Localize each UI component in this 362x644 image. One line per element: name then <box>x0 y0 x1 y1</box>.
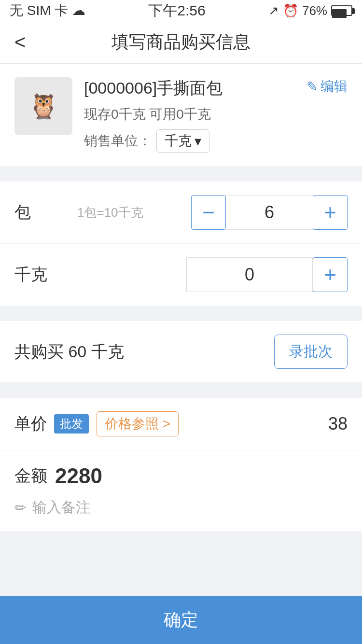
status-bar: 无 SIM 卡 ☁ 下午2:56 ↗ ⏰ 76% <box>0 0 362 21</box>
remark-row[interactable]: ✏ 输入备注 <box>14 498 348 518</box>
quantity-section: 包 1包=10千克 − + 千克 + <box>0 182 362 306</box>
amount-section: 金额 2280 ✏ 输入备注 <box>0 450 362 531</box>
product-logo-icon: 🦉 <box>28 92 58 120</box>
batch-button[interactable]: 录批次 <box>274 335 348 369</box>
price-reference-button[interactable]: 价格参照 > <box>97 411 179 436</box>
product-image: 🦉 <box>14 77 72 135</box>
unit-select[interactable]: 千克 ▾ <box>156 129 209 153</box>
kg-quantity-input[interactable] <box>186 257 313 292</box>
kg-row: 千克 + <box>0 244 362 306</box>
product-info-section: 🦉 [0000006]手撕面包 现存0千克 可用0千克 销售单位： 千克 ▾ ✎… <box>0 64 362 166</box>
page-title: 填写商品购买信息 <box>111 30 251 54</box>
bao-increase-button[interactable]: + <box>313 195 348 230</box>
unit-dropdown-icon: ▾ <box>195 133 201 149</box>
battery-label: 76% <box>302 3 327 18</box>
bao-hint: 1包=10千克 <box>77 204 191 221</box>
amount-row: 金额 2280 <box>14 464 348 488</box>
nav-bar: < 填写商品购买信息 <box>0 21 362 64</box>
price-tag: 批发 <box>54 414 89 434</box>
price-label: 单价 <box>14 413 47 435</box>
unit-label: 销售单位： <box>84 132 152 150</box>
status-time: 下午2:56 <box>148 1 205 21</box>
edit-icon: ✎ <box>306 79 318 95</box>
status-left: 无 SIM 卡 ☁ <box>10 1 85 20</box>
product-unit-row: 销售单位： 千克 ▾ <box>84 129 348 153</box>
bao-quantity-input[interactable] <box>226 195 313 230</box>
status-right: ↗ ⏰ 76% <box>268 3 352 18</box>
edit-button[interactable]: ✎ 编辑 <box>306 77 348 96</box>
alarm-icon: ⏰ <box>283 3 298 18</box>
remark-placeholder: 输入备注 <box>32 498 90 518</box>
divider-3 <box>0 390 362 398</box>
confirm-button[interactable]: 确定 <box>0 596 362 644</box>
battery-icon <box>331 5 352 16</box>
pencil-icon: ✏ <box>14 499 27 516</box>
sim-label: 无 SIM 卡 ☁ <box>10 1 85 20</box>
price-section: 单价 批发 价格参照 > 38 <box>0 398 362 450</box>
divider-2 <box>0 313 362 321</box>
total-section: 共购买 60 千克 录批次 <box>0 321 362 382</box>
kg-quantity-control: + <box>186 257 348 292</box>
location-icon: ↗ <box>268 3 279 18</box>
amount-value: 2280 <box>55 464 102 488</box>
kg-label: 千克 <box>14 264 72 286</box>
total-text: 共购买 60 千克 <box>14 341 124 363</box>
product-stock: 现存0千克 可用0千克 <box>84 105 348 124</box>
bao-decrease-button[interactable]: − <box>191 195 226 230</box>
bao-row: 包 1包=10千克 − + <box>0 182 362 244</box>
bao-quantity-control: − + <box>191 195 348 230</box>
bao-label: 包 <box>14 201 72 224</box>
back-button[interactable]: < <box>14 31 26 53</box>
divider-1 <box>0 174 362 182</box>
edit-label: 编辑 <box>320 77 348 96</box>
unit-value: 千克 <box>165 132 192 150</box>
amount-label: 金额 <box>14 465 47 487</box>
price-value: 38 <box>328 414 348 434</box>
kg-increase-button[interactable]: + <box>313 257 348 292</box>
